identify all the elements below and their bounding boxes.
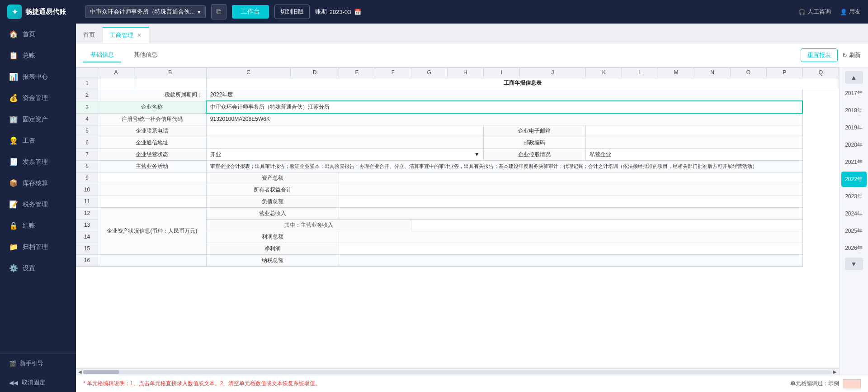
- table-row: 16 纳税总额: [76, 254, 839, 266]
- col-g: G: [411, 68, 447, 77]
- tab-industry[interactable]: 工商管理 ✕: [103, 27, 149, 43]
- scroll-thumb[interactable]: [83, 370, 119, 374]
- year-2020[interactable]: 2020年: [841, 137, 867, 153]
- scroll-right-arrow[interactable]: ▶: [832, 369, 838, 375]
- year-2018[interactable]: 2018年: [841, 103, 867, 118]
- sidebar-item-unpin[interactable]: ◀◀ 取消固定: [0, 373, 76, 392]
- sidebar: 🏠 首页 📋 总账 📊 报表中心 💰 资金管理 🏢 固定资产 👷 工资 🧾 发票…: [0, 24, 76, 392]
- cell-16-value[interactable]: [339, 254, 802, 266]
- cell-5-value2[interactable]: [586, 125, 803, 137]
- scroll-left-arrow[interactable]: ◀: [77, 369, 83, 375]
- scroll-track[interactable]: [83, 370, 832, 374]
- sidebar-item-closing[interactable]: 🔒 结账: [0, 215, 76, 236]
- cell-13-value[interactable]: [411, 219, 802, 231]
- consult-item[interactable]: 🎧 人工咨询: [798, 8, 831, 16]
- row-num-1: 1: [76, 77, 98, 89]
- col-k: K: [586, 68, 622, 77]
- closing-icon: 🔒: [9, 221, 18, 230]
- sidebar-item-inventory[interactable]: 📦 库存核算: [0, 172, 76, 194]
- sidebar-item-invoice[interactable]: 🧾 发票管理: [0, 151, 76, 172]
- sidebar-item-archive[interactable]: 📁 归档管理: [0, 236, 76, 258]
- year-2021[interactable]: 2021年: [841, 154, 867, 170]
- row-num-5: 5: [76, 125, 98, 137]
- cell-12-label: 营业总收入: [206, 207, 339, 219]
- settings-icon: ⚙️: [9, 264, 18, 272]
- row-num-4: 4: [76, 113, 98, 125]
- cell-14-value[interactable]: [339, 231, 802, 243]
- sidebar-item-reports[interactable]: 📊 报表中心: [0, 66, 76, 87]
- cell-16-empty: [98, 254, 206, 266]
- year-2024[interactable]: 2024年: [841, 206, 867, 221]
- sidebar-item-tax[interactable]: 📝 税务管理: [0, 194, 76, 215]
- reset-button[interactable]: 重置报表: [801, 48, 838, 62]
- subtab-other[interactable]: 其他信息: [127, 48, 165, 62]
- calendar-icon[interactable]: 📅: [354, 9, 361, 15]
- tab-home[interactable]: 首页: [76, 27, 103, 43]
- sidebar-item-home[interactable]: 🏠 首页: [0, 24, 76, 45]
- cell-6-value2[interactable]: [586, 137, 803, 148]
- year-2025[interactable]: 2025年: [841, 223, 867, 239]
- cell-4-label: 注册号/统一社会信用代码: [98, 113, 206, 125]
- cell-7-dropdown[interactable]: 开业 ▼: [206, 148, 483, 160]
- sidebar-item-finance[interactable]: 💰 资金管理: [0, 87, 76, 109]
- old-version-button[interactable]: 切到旧版: [274, 5, 310, 19]
- workbench-button[interactable]: 工作台: [232, 5, 269, 19]
- sidebar-item-guide[interactable]: 🎬 新手引导: [0, 354, 76, 373]
- sidebar-item-assets[interactable]: 🏢 固定资产: [0, 109, 76, 130]
- row-num-7: 7: [76, 148, 98, 160]
- sidebar-item-salary[interactable]: 👷 工资: [0, 130, 76, 151]
- tab-close-icon[interactable]: ✕: [137, 32, 142, 38]
- sidebar-item-settings[interactable]: ⚙️ 设置: [0, 258, 76, 279]
- copy-button[interactable]: ⧉: [211, 4, 226, 19]
- cell-12-value[interactable]: [339, 207, 802, 219]
- cell-10-value[interactable]: [339, 184, 802, 196]
- row-num-16: 16: [76, 254, 98, 266]
- cell-5-value1[interactable]: [206, 125, 483, 137]
- cell-8-value[interactable]: 审查企业会计报表；出具审计报告；验证企业资本；出具验资报告；办理企业合开、分立、…: [206, 160, 802, 172]
- spreadsheet-area: A B C D E F G H I J: [76, 67, 839, 368]
- col-e: E: [339, 68, 375, 77]
- archive-icon: 📁: [9, 243, 18, 251]
- sidebar-item-ledger[interactable]: 📋 总账: [0, 45, 76, 66]
- user-item[interactable]: 👤 用友: [840, 8, 861, 16]
- col-i: I: [483, 68, 519, 77]
- cell-12-rowlabel: 企业资产状况信息(币种：人民币万元): [98, 207, 206, 254]
- year-2023[interactable]: 2023年: [841, 189, 867, 204]
- horizontal-scrollbar[interactable]: ◀ ▶: [76, 368, 839, 375]
- salary-icon: 👷: [9, 136, 18, 145]
- cell-6-value1[interactable]: [206, 137, 483, 148]
- cell-11-value[interactable]: [339, 196, 802, 207]
- cell-15-label: 净利润: [206, 243, 339, 254]
- edit-label: 单元格编辑过：示例: [790, 380, 839, 387]
- guide-icon: 🎬: [9, 360, 16, 367]
- sidebar-item-label: 归档管理: [23, 243, 48, 251]
- bottom-bar-right: 单元格编辑过：示例: [790, 379, 861, 388]
- cell-4-value[interactable]: 91320100MA208E5W6K: [206, 113, 802, 125]
- cell-15-value[interactable]: [339, 243, 802, 254]
- row-num-11: 11: [76, 196, 98, 207]
- year-2017[interactable]: 2017年: [841, 86, 867, 101]
- cell-2-value[interactable]: 2022年度: [206, 89, 802, 101]
- table-row: 11 负债总额: [76, 196, 839, 207]
- logo-text: 畅捷通易代账: [25, 8, 66, 16]
- cell-7-label2: 企业控股情况: [483, 148, 586, 160]
- cell-3-label: 企业名称: [98, 101, 206, 113]
- year-scroll-down[interactable]: ▼: [845, 258, 863, 270]
- year-2026[interactable]: 2026年: [841, 240, 867, 256]
- cell-11-empty: [98, 196, 206, 207]
- cell-9-value[interactable]: [339, 172, 802, 184]
- cell-1: [98, 77, 134, 89]
- subtab-basic[interactable]: 基础信息: [83, 48, 121, 62]
- col-o: O: [730, 68, 766, 77]
- refresh-button[interactable]: ↻ 刷新: [842, 51, 861, 59]
- company-selector[interactable]: 中审众环会计师事务所（特殊普通合伙... ▾: [85, 5, 206, 18]
- finance-icon: 💰: [9, 94, 18, 102]
- year-2019[interactable]: 2019年: [841, 120, 867, 135]
- tab-bar: 首页 工商管理 ✕: [76, 24, 868, 43]
- year-2022[interactable]: 2022年: [841, 172, 867, 187]
- cell-6-label1: 企业通信地址: [98, 137, 206, 148]
- year-scroll-up[interactable]: ▲: [845, 71, 863, 84]
- table-row: 4 注册号/统一社会信用代码 91320100MA208E5W6K: [76, 113, 839, 125]
- cell-7-value2[interactable]: 私营企业: [586, 148, 803, 160]
- cell-3-value[interactable]: 中审众环会计师事务所（特殊普通合伙）江苏分所: [206, 101, 802, 113]
